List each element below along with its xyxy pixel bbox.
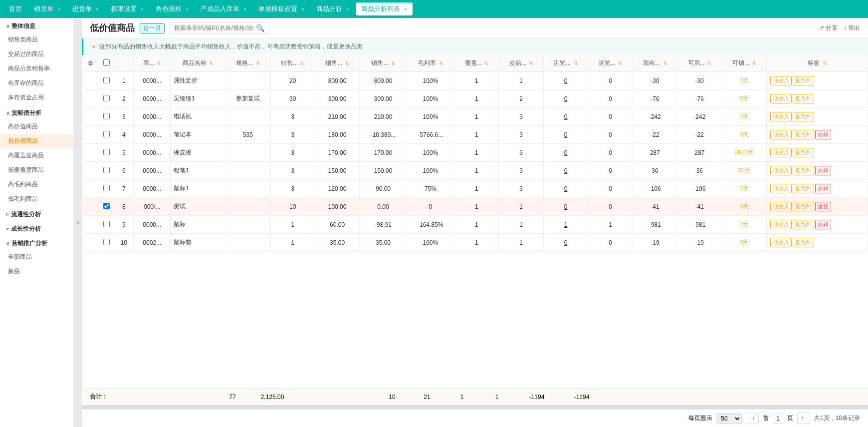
- row-checkbox[interactable]: [103, 203, 110, 209]
- checkbox-cell[interactable]: [99, 90, 114, 108]
- settings-cell[interactable]: [82, 108, 99, 126]
- row-checkbox[interactable]: [103, 167, 110, 173]
- close-icon[interactable]: ×: [57, 6, 60, 12]
- sidebar-item-stock-goods[interactable]: 有库存的商品: [0, 76, 73, 90]
- sidebar-item-category-rate[interactable]: 商品分类销售率: [0, 61, 73, 76]
- view1-col-header[interactable]: 浏览... ⇅: [543, 55, 588, 72]
- name-cell[interactable]: 吴细细1: [171, 90, 225, 108]
- row-checkbox[interactable]: [103, 131, 110, 137]
- view1-value[interactable]: 0: [564, 239, 568, 246]
- settings-cell[interactable]: [82, 198, 99, 216]
- checkbox-cell[interactable]: [99, 216, 114, 234]
- view1-value[interactable]: 1: [564, 221, 568, 228]
- name-cell[interactable]: 笔记本: [171, 126, 225, 144]
- close-icon[interactable]: ×: [243, 6, 246, 12]
- page-size-select[interactable]: 50 100 200: [716, 413, 742, 424]
- sidebar-item-low-value[interactable]: 低价值商品: [0, 134, 73, 148]
- checkbox-cell[interactable]: [99, 234, 114, 252]
- view1-cell[interactable]: 0: [543, 162, 588, 180]
- stock-available-col-header[interactable]: 可用... ⇅: [677, 55, 722, 72]
- sidebar-section-overall[interactable]: ∨ 整体信息: [0, 18, 73, 32]
- nav-template[interactable]: 单据模板设置 ×: [253, 2, 309, 15]
- gross-margin-col-header[interactable]: 毛利率 ⇅: [407, 55, 454, 72]
- view1-value[interactable]: 0: [564, 149, 568, 156]
- sidebar-item-high-value[interactable]: 高价值商品: [0, 119, 73, 134]
- nav-sales[interactable]: 销货单 ×: [29, 2, 65, 15]
- checkbox-cell[interactable]: [99, 144, 114, 162]
- sidebar-collapse-btn[interactable]: «: [74, 18, 82, 427]
- sidebar-item-traded-goods[interactable]: 交易过的商品: [0, 47, 73, 61]
- page-number-btn[interactable]: 1: [773, 414, 783, 424]
- view1-cell[interactable]: 0: [543, 144, 588, 162]
- name-cell[interactable]: 橡皮擦: [171, 144, 225, 162]
- checkbox-cell[interactable]: [99, 198, 114, 216]
- sku-col-header[interactable]: 商... ⇅: [134, 55, 171, 72]
- checkbox-cell[interactable]: [99, 126, 114, 144]
- row-checkbox[interactable]: [103, 149, 110, 155]
- row-checkbox[interactable]: [103, 185, 110, 191]
- nav-home[interactable]: 首页: [4, 2, 27, 15]
- checkbox-cell[interactable]: [99, 108, 114, 126]
- sidebar-item-high-coverage[interactable]: 高覆盖度商品: [0, 148, 73, 163]
- checkbox-col-header[interactable]: [99, 55, 114, 72]
- settings-cell[interactable]: [82, 144, 99, 162]
- view1-cell[interactable]: 0: [543, 108, 588, 126]
- sidebar-item-all-goods[interactable]: 全部商品: [0, 250, 73, 264]
- settings-cell[interactable]: [82, 72, 99, 90]
- name-cell[interactable]: 测试: [171, 198, 225, 216]
- sidebar-item-sales-goods[interactable]: 销售类商品: [0, 32, 73, 47]
- view1-value[interactable]: 0: [564, 203, 568, 210]
- view1-value[interactable]: 0: [564, 95, 568, 102]
- close-icon[interactable]: ×: [301, 6, 304, 12]
- close-icon[interactable]: ×: [404, 6, 407, 12]
- row-checkbox[interactable]: [103, 113, 110, 119]
- stock-salable-col-header[interactable]: 可销... ⇅: [722, 55, 766, 72]
- share-button[interactable]: ↗ 分享: [819, 24, 838, 32]
- checkbox-cell[interactable]: [99, 162, 114, 180]
- name-cell[interactable]: 铅笔1: [171, 162, 225, 180]
- last-page-btn[interactable]: 〉: [797, 413, 810, 424]
- view1-cell[interactable]: 0: [543, 126, 588, 144]
- sidebar-item-new-goods[interactable]: 新品: [0, 264, 73, 279]
- close-icon[interactable]: ×: [346, 6, 349, 12]
- search-icon[interactable]: 🔍: [256, 24, 264, 32]
- sidebar-item-stock-capital[interactable]: 库存资金占用: [0, 90, 73, 105]
- view1-cell[interactable]: 0: [543, 90, 588, 108]
- sidebar-section-contribution[interactable]: ∨ 贡献值分析: [0, 105, 73, 119]
- sales-cost-col-header[interactable]: 销售... ⇅: [360, 55, 407, 72]
- nav-goods-analysis-list[interactable]: 商品分析列表 ×: [356, 2, 412, 15]
- row-checkbox[interactable]: [103, 221, 110, 227]
- settings-cell[interactable]: [82, 180, 99, 198]
- row-checkbox[interactable]: [103, 95, 110, 101]
- select-all-checkbox[interactable]: [103, 59, 110, 66]
- settings-col-header[interactable]: ⚙: [82, 55, 99, 72]
- tags-col-header[interactable]: 标签 ⇅: [766, 55, 868, 72]
- view2-col-header[interactable]: 浏览... ⇅: [588, 55, 633, 72]
- settings-cell[interactable]: [82, 216, 99, 234]
- time-badge[interactable]: 近一月: [140, 23, 165, 33]
- close-icon[interactable]: ×: [141, 6, 144, 12]
- sidebar-item-low-coverage[interactable]: 低覆盖度商品: [0, 163, 73, 177]
- settings-cell[interactable]: [82, 90, 99, 108]
- name-cell[interactable]: 鼠标: [171, 216, 225, 234]
- view1-value[interactable]: 0: [564, 113, 568, 120]
- close-icon[interactable]: ×: [96, 6, 99, 12]
- settings-cell[interactable]: [82, 234, 99, 252]
- settings-cell[interactable]: [82, 126, 99, 144]
- sidebar-section-marketing[interactable]: ∨ 营销推广分析: [0, 235, 73, 250]
- view1-cell[interactable]: 0: [543, 234, 588, 252]
- name-col-header[interactable]: 商品名称 ⇅: [171, 55, 225, 72]
- view1-cell[interactable]: 0: [543, 198, 588, 216]
- search-input[interactable]: [174, 24, 254, 31]
- sidebar-section-growth[interactable]: > 成长性分析: [0, 221, 73, 235]
- sales-qty-col-header[interactable]: 销售... ⇅: [270, 55, 315, 72]
- nav-role[interactable]: 角色授权 ×: [151, 2, 194, 15]
- settings-cell[interactable]: [82, 162, 99, 180]
- view1-value[interactable]: 0: [564, 167, 568, 174]
- stock-current-col-header[interactable]: 现有... ⇅: [633, 55, 677, 72]
- nav-permission[interactable]: 权限设置 ×: [106, 2, 149, 15]
- close-icon[interactable]: ×: [186, 6, 189, 12]
- nav-goods-analysis[interactable]: 商品分析 ×: [311, 2, 354, 15]
- name-cell[interactable]: 电话机: [171, 108, 225, 126]
- first-page-btn[interactable]: 〈: [746, 413, 759, 424]
